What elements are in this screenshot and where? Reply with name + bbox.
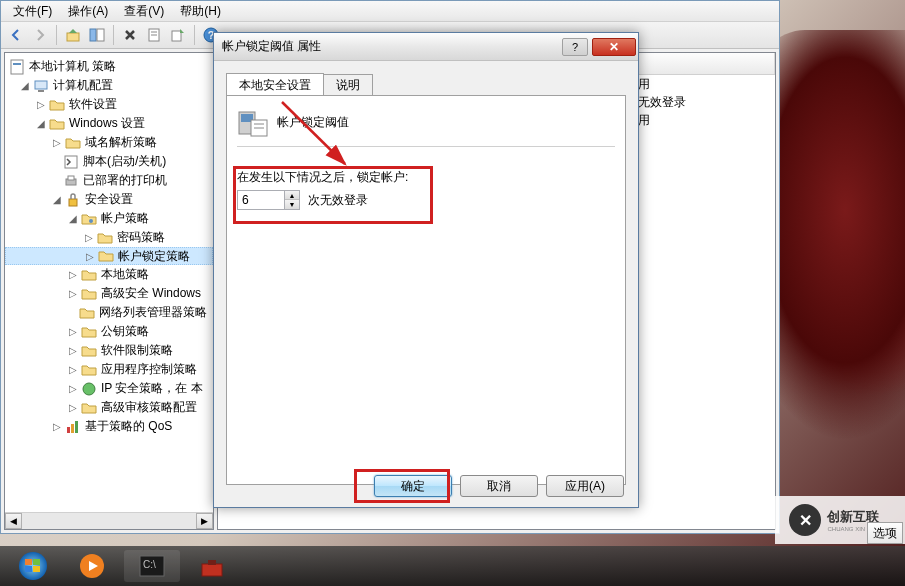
- ipsec-icon: [81, 381, 97, 397]
- tree-app-control[interactable]: ▷ 应用程序控制策略: [5, 360, 213, 379]
- threshold-input[interactable]: [237, 190, 285, 210]
- svg-point-18: [83, 383, 95, 395]
- expand-icon[interactable]: ▷: [51, 137, 63, 149]
- svg-rect-29: [25, 559, 32, 565]
- cancel-button[interactable]: 取消: [460, 475, 538, 497]
- policy-large-icon: [237, 106, 269, 138]
- delete-button[interactable]: [119, 24, 141, 46]
- collapse-icon[interactable]: ◢: [35, 118, 47, 130]
- taskbar-cmd[interactable]: C:\: [124, 550, 180, 582]
- tree-label: 软件限制策略: [101, 342, 173, 359]
- tree-label: 域名解析策略: [85, 134, 157, 151]
- folder-icon: [98, 248, 114, 264]
- menu-action[interactable]: 操作(A): [60, 1, 116, 22]
- tree-dns-policy[interactable]: ▷ 域名解析策略: [5, 133, 213, 152]
- folder-icon: [97, 230, 113, 246]
- up-button[interactable]: [62, 24, 84, 46]
- tree-scripts[interactable]: 脚本(启动/关机): [5, 152, 213, 171]
- tree-computer-config[interactable]: ◢ 计算机配置: [5, 76, 213, 95]
- svg-point-17: [89, 219, 93, 223]
- folder-icon: [81, 286, 97, 302]
- taskbar-toolbox[interactable]: [184, 550, 240, 582]
- scroll-right-button[interactable]: ▶: [196, 513, 213, 529]
- unit-label: 次无效登录: [308, 192, 368, 209]
- menu-file[interactable]: 文件(F): [5, 1, 60, 22]
- expand-icon[interactable]: ▷: [67, 288, 79, 300]
- back-button[interactable]: [5, 24, 27, 46]
- tree-advanced-audit[interactable]: ▷ 高级审核策略配置: [5, 398, 213, 417]
- spin-up-button[interactable]: ▲: [285, 191, 299, 200]
- expand-icon[interactable]: ▷: [67, 364, 79, 376]
- tree-security-settings[interactable]: ◢ 安全设置: [5, 190, 213, 209]
- policy-icon: [9, 59, 25, 75]
- tree-policy-qos[interactable]: ▷ 基于策略的 QoS: [5, 417, 213, 436]
- svg-rect-19: [67, 427, 70, 433]
- scroll-track[interactable]: [22, 513, 196, 529]
- taskbar-media-player[interactable]: [64, 550, 120, 582]
- collapse-icon[interactable]: ◢: [67, 213, 79, 225]
- dialog-titlebar[interactable]: 帐户锁定阈值 属性 ? ✕: [214, 33, 638, 61]
- expand-icon[interactable]: ▷: [67, 326, 79, 338]
- collapse-icon[interactable]: ◢: [19, 80, 31, 92]
- expand-icon[interactable]: ▷: [83, 232, 95, 244]
- expand-icon[interactable]: ▷: [84, 250, 96, 262]
- svg-rect-10: [13, 63, 21, 65]
- tree-lockout-policy[interactable]: ▷ 帐户锁定策略: [5, 247, 213, 265]
- qos-icon: [65, 419, 81, 435]
- help-button[interactable]: ?: [562, 38, 588, 56]
- horizontal-scrollbar[interactable]: ◀ ▶: [5, 512, 213, 529]
- svg-rect-12: [38, 90, 44, 92]
- tree-ip-security[interactable]: ▷ IP 安全策略，在 本: [5, 379, 213, 398]
- options-tab[interactable]: 选项: [867, 522, 903, 544]
- tree-label: 本地策略: [101, 266, 149, 283]
- tab-local-security[interactable]: 本地安全设置: [226, 73, 324, 95]
- apply-button[interactable]: 应用(A): [546, 475, 624, 497]
- folder-icon: [81, 324, 97, 340]
- tree-label: 密码策略: [117, 229, 165, 246]
- policy-name: 帐户锁定阈值: [277, 114, 349, 131]
- svg-rect-1: [90, 29, 96, 41]
- field-label: 在发生以下情况之后，锁定帐户:: [237, 169, 615, 186]
- show-hide-button[interactable]: [86, 24, 108, 46]
- svg-rect-30: [33, 559, 40, 565]
- tree-local-policies[interactable]: ▷ 本地策略: [5, 265, 213, 284]
- tree-pane[interactable]: 本地计算机 策略 ◢ 计算机配置 ▷ 软件设置 ◢ Windows 设置 ▷ 域…: [4, 52, 214, 530]
- tree-public-key[interactable]: ▷ 公钥策略: [5, 322, 213, 341]
- tree-advanced-firewall[interactable]: ▷ 高级安全 Windows: [5, 284, 213, 303]
- dialog-title: 帐户锁定阈值 属性: [222, 38, 562, 55]
- expand-icon[interactable]: ▷: [67, 383, 79, 395]
- spin-down-button[interactable]: ▼: [285, 200, 299, 209]
- svg-rect-6: [172, 31, 181, 41]
- tree-account-policies[interactable]: ◢ 帐户策略: [5, 209, 213, 228]
- tree-software-settings[interactable]: ▷ 软件设置: [5, 95, 213, 114]
- expand-icon[interactable]: ▷: [67, 269, 79, 281]
- start-button[interactable]: [6, 550, 60, 582]
- ok-button[interactable]: 确定: [374, 475, 452, 497]
- tree-password-policy[interactable]: ▷ 密码策略: [5, 228, 213, 247]
- folder-icon: [81, 362, 97, 378]
- svg-rect-37: [208, 560, 216, 565]
- tree-label: 软件设置: [69, 96, 117, 113]
- expand-icon[interactable]: ▷: [35, 99, 47, 111]
- close-button[interactable]: ✕: [592, 38, 636, 56]
- scroll-left-button[interactable]: ◀: [5, 513, 22, 529]
- export-button[interactable]: [167, 24, 189, 46]
- tree-printers[interactable]: 已部署的打印机: [5, 171, 213, 190]
- expand-icon[interactable]: ▷: [67, 345, 79, 357]
- tree-software-restrict[interactable]: ▷ 软件限制策略: [5, 341, 213, 360]
- tab-explain[interactable]: 说明: [323, 74, 373, 96]
- menu-view[interactable]: 查看(V): [116, 1, 172, 22]
- tree-root[interactable]: 本地计算机 策略: [5, 57, 213, 76]
- menu-help[interactable]: 帮助(H): [172, 1, 229, 22]
- expand-icon[interactable]: ▷: [67, 402, 79, 414]
- collapse-icon[interactable]: ◢: [51, 194, 63, 206]
- svg-rect-21: [75, 421, 78, 433]
- svg-rect-15: [68, 176, 74, 180]
- tree-network-list[interactable]: 网络列表管理器策略: [5, 303, 213, 322]
- forward-button[interactable]: [29, 24, 51, 46]
- tree-windows-settings[interactable]: ◢ Windows 设置: [5, 114, 213, 133]
- tree-label: 已部署的打印机: [83, 172, 167, 189]
- script-icon: [63, 154, 79, 170]
- expand-icon[interactable]: ▷: [51, 421, 63, 433]
- properties-button[interactable]: [143, 24, 165, 46]
